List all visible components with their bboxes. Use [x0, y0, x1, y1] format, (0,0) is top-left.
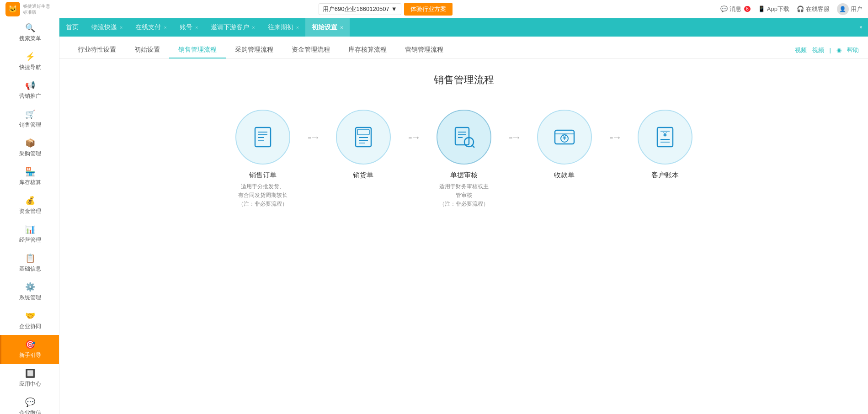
nav-tab-init[interactable]: 初始设置 ×	[305, 18, 349, 37]
svg-rect-10	[455, 127, 469, 145]
sidebar-item-corp[interactable]: 🤝 企业协同	[0, 306, 59, 335]
sub-tab-sales-flow[interactable]: 销售管理流程	[169, 42, 226, 58]
video-text[interactable]: 视频	[812, 46, 824, 54]
page-title: 销售管理流程	[59, 58, 868, 96]
sidebar-item-label: 快捷导航	[19, 64, 41, 71]
sidebar-item-stock[interactable]: 🏪 库存核算	[0, 162, 59, 191]
sidebar-item-label: 经营管理	[19, 236, 41, 244]
flow-circle-sales-order[interactable]	[235, 110, 290, 165]
sidebar-item-marketing[interactable]: 📢 营销推广	[0, 76, 59, 105]
flow-circle-receipt[interactable]: ¥	[537, 110, 592, 165]
sub-tab-label: 采购管理流程	[235, 46, 273, 53]
logo-sub-text: 标准版	[23, 9, 50, 15]
nav-tab-period[interactable]: 往来期初 ×	[261, 18, 305, 37]
flow-item-label: 客户账本	[651, 171, 679, 180]
sub-tab-industry[interactable]: 行业特性设置	[69, 42, 125, 58]
sidebar-item-system[interactable]: ⚙️ 系统管理	[0, 277, 59, 306]
close-icon[interactable]: ×	[252, 25, 255, 30]
sub-tab-label: 行业特性设置	[78, 46, 116, 53]
chevron-down-icon: ▼	[391, 5, 397, 12]
sidebar-item-purchase[interactable]: 📦 采购管理	[0, 133, 59, 162]
logo-area: 🐱 畅捷通好生意 标准版	[5, 2, 50, 16]
nav-tab-payment[interactable]: 在线支付 ×	[129, 18, 173, 37]
nav-tab-downstream[interactable]: 邀请下游客户 ×	[204, 18, 261, 37]
flow-arrow-3: ···→	[501, 110, 528, 143]
clipboard-icon: 📋	[25, 253, 35, 263]
sidebar-item-apps[interactable]: 🔲 应用中心	[0, 364, 59, 393]
flow-arrow-1: ···→	[299, 110, 327, 143]
close-icon[interactable]: ×	[164, 25, 166, 30]
nav-tab-label: 首页	[66, 23, 79, 32]
close-all-tabs-button[interactable]: ×	[854, 24, 868, 31]
sidebar-item-finance[interactable]: 💰 资金管理	[0, 191, 59, 220]
sub-tab-stock-flow[interactable]: 库存核算流程	[339, 42, 396, 58]
money-icon: 💰	[25, 196, 35, 206]
help-link[interactable]: ◉	[836, 47, 841, 53]
sidebar-item-label: 基础信息	[19, 265, 41, 273]
service-label: 在线客服	[806, 5, 830, 13]
grid-icon: 🔲	[25, 368, 35, 378]
nav-tabs-bar: 首页 物流快递 × 在线支付 × 账号 × 邀请下游客户 ×	[59, 18, 868, 37]
sub-tab-finance-flow[interactable]: 资金管理流程	[282, 42, 339, 58]
sidebar-item-operation[interactable]: 📊 经营管理	[0, 220, 59, 249]
flow-circle-sales-invoice[interactable]	[336, 110, 391, 165]
message-icon: 💬	[720, 5, 728, 12]
sidebar-item-label: 采购管理	[19, 150, 41, 158]
nav-tab-home[interactable]: 首页	[59, 18, 85, 37]
flow-circle-order-audit[interactable]	[437, 110, 491, 165]
user-avatar-button[interactable]: 👤 用户	[837, 3, 863, 15]
close-icon[interactable]: ×	[195, 25, 198, 30]
sub-tab-label: 资金管理流程	[292, 46, 330, 53]
customer-service-button[interactable]: 🎧 在线客服	[797, 5, 830, 13]
close-icon[interactable]: ×	[340, 25, 343, 30]
sidebar-item-label: 营销推广	[19, 92, 41, 100]
lightning-icon: ⚡	[25, 52, 35, 62]
sub-tab-label: 库存核算流程	[348, 46, 387, 53]
flow-item-desc: 适用于财务审核或主管审核（注：非必要流程）	[439, 182, 489, 209]
flow-arrow-4: ···→	[601, 110, 628, 143]
logo-text: 畅捷通好生意 标准版	[23, 3, 50, 15]
user-selector[interactable]: 用户690企业1660120507 ▼	[319, 3, 401, 15]
logo-icon: 🐱	[5, 2, 20, 16]
trial-button[interactable]: 体验行业方案	[404, 3, 453, 16]
content-area: 首页 物流快递 × 在线支付 × 账号 × 邀请下游客户 ×	[59, 18, 868, 414]
flow-item-label: 销售订单	[249, 171, 277, 180]
message-button[interactable]: 💬 消息 6	[720, 5, 751, 13]
flow-item-sales-invoice: 销货单	[327, 110, 400, 182]
flow-arrow-2: ···→	[400, 110, 427, 143]
app-download-button[interactable]: 📱 App下载	[758, 5, 789, 13]
nav-tab-logistics[interactable]: 物流快递 ×	[85, 18, 129, 37]
sidebar-item-search[interactable]: 🔍 搜索菜单	[0, 18, 59, 47]
video-link[interactable]: 视频	[795, 46, 807, 54]
sub-tab-purchase-flow[interactable]: 采购管理流程	[226, 42, 282, 58]
sidebar-item-wechat[interactable]: 💬 企业微信	[0, 393, 59, 414]
logo-main-text: 畅捷通好生意	[23, 3, 50, 9]
target-icon: 🎯	[25, 340, 35, 350]
flow-circle-customer-account[interactable]: ¥	[638, 110, 692, 165]
flow-item-desc: 适用于分批发货、有合同发货周期较长（注：非必要流程）	[238, 182, 288, 209]
store-icon: 🏪	[25, 167, 35, 177]
sidebar-item-quick[interactable]: ⚡ 快捷导航	[0, 47, 59, 76]
headset-icon: 🎧	[797, 5, 804, 12]
sidebar-item-guide[interactable]: 🎯 新手引导	[0, 335, 59, 364]
sidebar-item-sales[interactable]: 🛒 销售管理	[0, 105, 59, 133]
nav-tab-label: 往来期初	[268, 23, 293, 32]
sub-tab-marketing-flow[interactable]: 营销管理流程	[396, 42, 453, 58]
help-text[interactable]: 帮助	[847, 46, 859, 54]
sidebar-item-base[interactable]: 📋 基础信息	[0, 249, 59, 277]
gear-icon: ⚙️	[25, 282, 35, 292]
flow-item-label: 单据审核	[450, 171, 478, 180]
nav-tab-account[interactable]: 账号 ×	[173, 18, 204, 37]
close-icon[interactable]: ×	[296, 25, 299, 30]
app-label: App下载	[767, 5, 789, 13]
chat-icon: 💬	[25, 397, 35, 407]
nav-tab-label: 初始设置	[312, 23, 337, 32]
flow-item-order-audit: 单据审核 适用于财务审核或主管审核（注：非必要流程）	[427, 110, 501, 209]
sidebar-item-label: 搜索菜单	[19, 35, 41, 42]
sub-tab-init[interactable]: 初始设置	[125, 42, 169, 58]
close-icon[interactable]: ×	[120, 25, 122, 30]
separator: |	[830, 47, 831, 53]
search-icon: 🔍	[25, 23, 35, 33]
sidebar-item-label: 应用中心	[19, 380, 41, 388]
nav-tab-label: 账号	[180, 23, 192, 32]
